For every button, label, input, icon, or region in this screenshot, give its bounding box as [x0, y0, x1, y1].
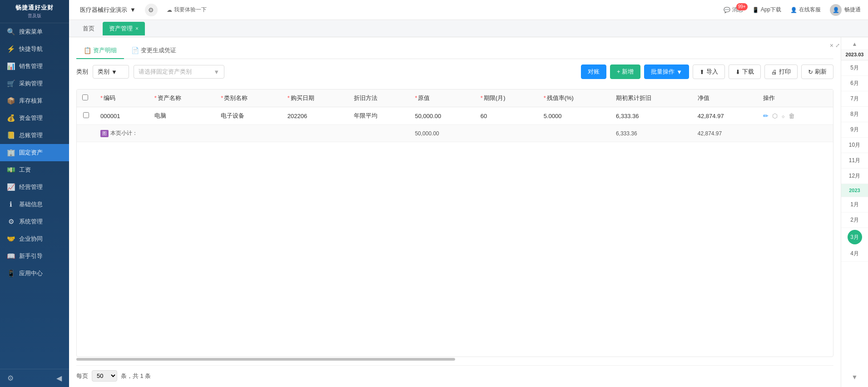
message-icon: 💬 [724, 7, 730, 13]
avatar: 👤 [830, 4, 842, 16]
select-all-checkbox[interactable] [82, 94, 88, 100]
month-item[interactable]: 8月 [841, 107, 868, 122]
settings-icon[interactable]: ⚙ [145, 4, 158, 16]
tab-home[interactable]: 首页 [76, 22, 101, 35]
app-name: 畅捷通好业财 [15, 4, 54, 12]
month-item[interactable]: 9月 [841, 122, 868, 138]
month-item[interactable]: 11月 [841, 153, 868, 169]
sidebar-item-payroll[interactable]: 💵工资 [0, 161, 69, 179]
row-checkbox[interactable] [83, 112, 89, 118]
experience-label: 我要体验一下 [174, 6, 207, 14]
col-header-category: *类别名称 [215, 89, 282, 107]
cell-period: 60 [475, 107, 538, 125]
panel-expand-button[interactable]: ⤢ [835, 42, 840, 49]
sidebar-item-sales[interactable]: 📊销售管理 [0, 58, 69, 75]
month-item-2月[interactable]: 2月 [841, 213, 868, 228]
app-download-button[interactable]: 📱 App下载 [752, 6, 781, 14]
sidebar-item-label: 资金管理 [19, 114, 43, 122]
sidebar-item-guide[interactable]: 📖新手引导 [0, 248, 69, 265]
sidebar-item-enterprise[interactable]: 🤝企业协同 [0, 230, 69, 248]
sidebar-item-ledger[interactable]: 📒总账管理 [0, 127, 69, 144]
batch-button[interactable]: 批量操作 ▼ [644, 64, 689, 79]
panel-close-button[interactable]: × [830, 42, 833, 49]
sub-tab-asset-detail[interactable]: 📋资产明细 [76, 43, 124, 59]
sidebar-item-operations[interactable]: 📈经营管理 [0, 179, 69, 196]
month-item[interactable]: 5月 [841, 60, 868, 76]
tab-close-icon[interactable]: × [135, 25, 139, 32]
edit-icon[interactable]: ✏ [763, 112, 769, 119]
sidebar-item-purchase[interactable]: 🛒采购管理 [0, 75, 69, 92]
purchase-icon: 🛒 [6, 79, 15, 88]
month-item-4月[interactable]: 4月 [841, 246, 868, 262]
cell-depreciation_method: 年限平均 [348, 107, 409, 125]
sidebar-item-inventory[interactable]: 📦库存核算 [0, 92, 69, 109]
main-area: 医疗器械行业演示 ▼ ⚙ ☁ 我要体验一下 💬 消息 99+ 📱 App下载 👤… [69, 0, 868, 387]
company-selector[interactable]: 医疗器械行业演示 ▼ [76, 4, 139, 16]
col-header-action: 操作 [758, 89, 833, 107]
cloud-icon: ☁ [167, 7, 172, 13]
refresh-button[interactable]: ↻ 刷新 [801, 64, 833, 79]
table-row: 000001电脑电子设备202206年限平均50,000.00605.00006… [77, 107, 833, 125]
month-item[interactable]: 12月 [841, 169, 868, 184]
category-type-select[interactable]: 类别 ▼ [93, 65, 129, 79]
refresh-icon: ↻ [808, 69, 813, 75]
panel-up-button[interactable]: ▲ [841, 39, 868, 49]
sidebar-item-label: 库存核算 [19, 97, 43, 105]
main-content: 📋资产明细📄变更生成凭证 类别 类别 ▼ 请选择固定资产类别 ▼ 对账 [69, 37, 841, 387]
tab-asset-management[interactable]: 资产管理 × [103, 22, 145, 35]
batch-label: 批量操作 [651, 68, 675, 76]
messages-button[interactable]: 💬 消息 99+ [724, 6, 743, 14]
panel-down-button[interactable]: ▼ [844, 372, 865, 382]
fixed-assets-icon: 🏢 [6, 149, 15, 157]
experience-button[interactable]: ☁ 我要体验一下 [163, 4, 210, 15]
category-dropdown[interactable]: 请选择固定资产类别 ▼ [134, 65, 224, 79]
panel-year-label: 2023.03 [841, 49, 868, 60]
month-item-3月[interactable]: 3月 [848, 230, 862, 244]
delete-icon[interactable]: 🗑 [789, 112, 795, 119]
sidebar-nav: 🔍搜索菜单⚡快捷导航📊销售管理🛒采购管理📦库存核算💰资金管理📒总账管理🏢固定资产… [0, 23, 69, 369]
sidebar-item-capital[interactable]: 💰资金管理 [0, 109, 69, 127]
more-icon[interactable]: ⬦ [781, 112, 785, 119]
search-icon: 🔍 [6, 28, 15, 36]
month-item[interactable]: 10月 [841, 138, 868, 153]
sidebar-item-label: 新手引导 [19, 252, 43, 260]
col-header-accumulated_depreciation: 期初累计折旧 [610, 89, 692, 107]
payroll-icon: 💵 [6, 166, 15, 174]
new-button[interactable]: + 新增 [610, 64, 640, 79]
sidebar-item-app-center[interactable]: 📱应用中心 [0, 265, 69, 282]
import-button[interactable]: ⬆ 导入 [693, 64, 725, 79]
sidebar-item-label: 企业协同 [19, 235, 43, 243]
sidebar-item-quick-nav[interactable]: ⚡快捷导航 [0, 40, 69, 58]
print-label: 打印 [779, 68, 791, 76]
online-service-button[interactable]: 👤 在线客服 [790, 6, 821, 14]
sidebar-item-label: 应用中心 [19, 269, 43, 278]
sidebar-item-basic-info[interactable]: ℹ基础信息 [0, 196, 69, 213]
print-button[interactable]: 🖨 打印 [764, 64, 798, 79]
per-page-select[interactable]: 102050100 [92, 370, 117, 382]
sidebar-settings-icon[interactable]: ⚙ [5, 373, 15, 383]
sidebar-item-label: 销售管理 [19, 62, 43, 70]
system-icon: ⚙ [6, 218, 15, 226]
subtotal-accumulated-depreciation: 6,333.36 [610, 125, 692, 142]
sidebar-item-search[interactable]: 🔍搜索菜单 [0, 23, 69, 40]
month-item[interactable]: 7月 [841, 91, 868, 107]
panel-controls: × ⤢ [830, 42, 840, 49]
sidebar: 畅捷通好业财 普及版 🔍搜索菜单⚡快捷导航📊销售管理🛒采购管理📦库存核算💰资金管… [0, 0, 69, 387]
sub-tab-change-voucher[interactable]: 📄变更生成凭证 [124, 43, 184, 59]
sidebar-item-label: 总账管理 [19, 131, 43, 139]
sidebar-item-fixed-assets[interactable]: 🏢固定资产 [0, 144, 69, 161]
reconcile-button[interactable]: 对账 [581, 64, 606, 79]
sidebar-item-system[interactable]: ⚙系统管理 [0, 213, 69, 230]
download-button[interactable]: ⬇ 下载 [729, 64, 761, 79]
import-label: 导入 [706, 68, 718, 76]
copy-icon[interactable]: ⬡ [772, 112, 778, 119]
refresh-label: 刷新 [815, 68, 827, 76]
month-item[interactable]: 6月 [841, 76, 868, 91]
app-edition: 普及版 [28, 13, 41, 19]
month-item-1月[interactable]: 1月 [841, 197, 868, 213]
basic-info-icon: ℹ [6, 200, 15, 208]
sidebar-collapse-icon[interactable]: ◀ [55, 373, 64, 383]
total-label: 条，共 1 条 [121, 372, 151, 380]
service-icon: 👤 [790, 7, 797, 13]
user-menu[interactable]: 👤 畅捷通 [830, 4, 861, 16]
